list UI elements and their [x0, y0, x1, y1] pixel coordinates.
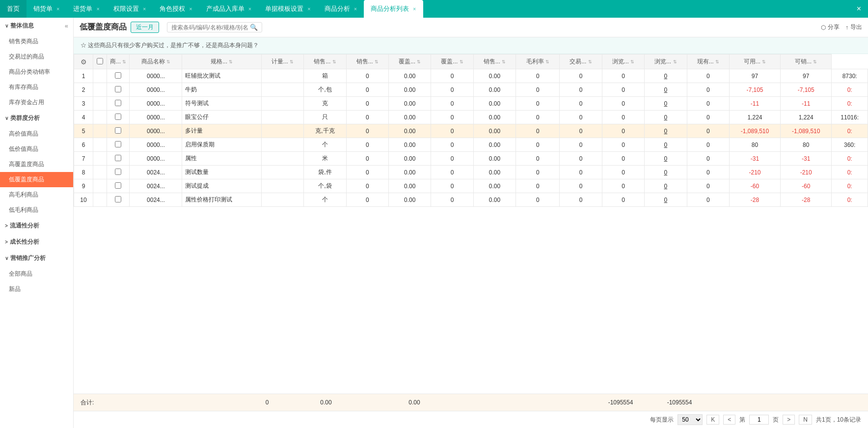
cell-checkbox-0[interactable]	[107, 69, 130, 83]
cell-checkbox-5[interactable]	[107, 138, 130, 152]
cell-browse1-2[interactable]: 0	[645, 97, 687, 111]
sidebar-item-in-stock[interactable]: 有库存商品	[0, 80, 73, 95]
nav-product-analysis-list-close[interactable]: ×	[413, 0, 416, 18]
next-page-button[interactable]: >	[783, 415, 795, 425]
share-button[interactable]: ⬡ 分享	[821, 23, 840, 31]
nav-product-analysis[interactable]: 商品分析 ×	[318, 0, 364, 18]
row-checkbox-7[interactable]	[115, 169, 121, 175]
nav-permission-settings[interactable]: 权限设置 ×	[107, 0, 153, 18]
search-icon[interactable]: 🔍	[250, 24, 258, 31]
sidebar-section-cluster[interactable]: ∨ 类群度分析	[0, 110, 73, 126]
col-gross-rate[interactable]: 毛利率 ⇅	[516, 55, 560, 69]
col-browse1[interactable]: 浏览... ⇅	[602, 55, 644, 69]
row-checkbox-0[interactable]	[115, 72, 121, 79]
sidebar-item-category-rate[interactable]: 商品分类动销率	[0, 64, 73, 80]
row-checkbox-9[interactable]	[115, 196, 121, 202]
sidebar-item-high-profit[interactable]: 高毛利商品	[0, 187, 73, 202]
cell-checkbox-2[interactable]	[107, 97, 130, 111]
cell-name-5[interactable]: 启用保质期	[182, 138, 261, 152]
sidebar-item-stock-capital[interactable]: 库存资金占用	[0, 95, 73, 110]
col-checkbox[interactable]	[93, 55, 107, 69]
cell-checkbox-1[interactable]	[107, 83, 130, 97]
cell-name-1[interactable]: 牛奶	[182, 83, 261, 97]
cell-browse1-4[interactable]: 0	[645, 124, 687, 138]
sidebar-item-new-goods[interactable]: 新品	[0, 282, 73, 297]
nav-product-inbound-close[interactable]: ×	[248, 0, 251, 18]
page-size-select[interactable]: 50 100 200	[678, 414, 703, 425]
cell-name-2[interactable]: 符号测试	[182, 97, 261, 111]
col-sales3[interactable]: 销售... ⇅	[473, 55, 515, 69]
sidebar-item-all-goods[interactable]: 全部商品	[0, 266, 73, 282]
col-trade[interactable]: 交易... ⇅	[560, 55, 602, 69]
sidebar-item-high-coverage[interactable]: 高覆盖度商品	[0, 157, 73, 172]
col-sales-amt[interactable]: 销售... ⇅	[346, 55, 388, 69]
sidebar-item-low-coverage[interactable]: 低覆盖度商品	[0, 172, 73, 187]
cell-name-4[interactable]: 多计量	[182, 124, 261, 138]
export-button[interactable]: ↑ 导出	[845, 23, 862, 31]
search-input[interactable]	[171, 24, 250, 31]
cell-name-0[interactable]: 旺辅批次测试	[182, 69, 261, 83]
sidebar-section-marketing[interactable]: ∨ 营销推广分析	[0, 250, 73, 266]
nav-template-settings[interactable]: 单据模板设置 ×	[258, 0, 317, 18]
col-unit[interactable]: 计量... ⇅	[261, 55, 303, 69]
col-browse2[interactable]: 浏览... ⇅	[645, 55, 687, 69]
cell-checkbox-3[interactable]	[107, 111, 130, 124]
cell-browse1-9[interactable]: 0	[645, 193, 687, 207]
row-checkbox-8[interactable]	[115, 182, 121, 189]
col-saleable[interactable]: 可销... ⇅	[781, 55, 832, 69]
cell-browse1-8[interactable]: 0	[645, 179, 687, 193]
prev-page-button[interactable]: <	[723, 415, 735, 425]
row-checkbox-3[interactable]	[115, 114, 121, 120]
row-checkbox-6[interactable]	[115, 155, 121, 161]
nav-role-auth[interactable]: 角色授权 ×	[153, 0, 199, 18]
sidebar-section-overall[interactable]: ∨ 整体信息 «	[0, 18, 73, 34]
current-page-input[interactable]	[749, 415, 769, 425]
col-current[interactable]: 现有... ⇅	[687, 55, 729, 69]
cell-name-7[interactable]: 测试数量	[182, 166, 261, 179]
nav-sales-order[interactable]: 销货单 ×	[27, 0, 66, 18]
row-checkbox-1[interactable]	[115, 86, 121, 92]
cell-name-8[interactable]: 测试提成	[182, 179, 261, 193]
nav-product-inbound[interactable]: 产成品入库单 ×	[199, 0, 258, 18]
sidebar-section-flow[interactable]: > 流通性分析	[0, 218, 73, 234]
window-close-button[interactable]: ×	[850, 4, 868, 13]
time-filter-button[interactable]: 近一月	[131, 22, 159, 33]
sidebar-item-traded-goods[interactable]: 交易过的商品	[0, 49, 73, 64]
cell-checkbox-6[interactable]	[107, 152, 130, 166]
sidebar-section-growth[interactable]: > 成长性分析	[0, 234, 73, 250]
row-checkbox-5[interactable]	[115, 141, 121, 147]
sidebar-collapse-icon[interactable]: «	[65, 22, 68, 29]
col-spec[interactable]: 规格... ⇅	[182, 55, 261, 69]
select-all-checkbox[interactable]	[97, 58, 103, 64]
cell-browse1-1[interactable]: 0	[645, 83, 687, 97]
col-cover1[interactable]: 覆盖... ⇅	[388, 55, 431, 69]
sidebar-item-low-profit[interactable]: 低毛利商品	[0, 202, 73, 218]
first-page-button[interactable]: K	[706, 415, 719, 425]
nav-product-analysis-list[interactable]: 商品分析列表 ×	[364, 0, 423, 18]
col-available[interactable]: 可用... ⇅	[729, 55, 780, 69]
nav-template-close[interactable]: ×	[307, 0, 310, 18]
cell-browse1-7[interactable]: 0	[645, 166, 687, 179]
sidebar-item-low-value[interactable]: 低价值商品	[0, 142, 73, 157]
row-checkbox-2[interactable]	[115, 100, 121, 106]
cell-checkbox-8[interactable]	[107, 179, 130, 193]
col-code[interactable]: 商... ⇅	[107, 55, 130, 69]
cell-checkbox-7[interactable]	[107, 166, 130, 179]
last-page-button[interactable]: N	[799, 415, 812, 425]
col-sales-qty[interactable]: 销售... ⇅	[304, 55, 346, 69]
cell-browse1-6[interactable]: 0	[645, 152, 687, 166]
col-settings[interactable]: ⚙	[74, 55, 93, 69]
nav-product-analysis-close[interactable]: ×	[354, 0, 357, 18]
nav-home[interactable]: 首页	[0, 0, 27, 18]
sidebar-item-sales-goods[interactable]: 销售类商品	[0, 34, 73, 49]
cell-browse1-5[interactable]: 0	[645, 138, 687, 152]
col-name[interactable]: 商品名称 ⇅	[130, 55, 182, 69]
nav-role-auth-close[interactable]: ×	[189, 0, 192, 18]
col-cover2[interactable]: 覆盖... ⇅	[431, 55, 473, 69]
cell-checkbox-4[interactable]	[107, 124, 130, 138]
nav-permission-close[interactable]: ×	[143, 0, 146, 18]
row-checkbox-4[interactable]	[115, 127, 121, 134]
cell-checkbox-9[interactable]	[107, 193, 130, 207]
nav-sales-order-close[interactable]: ×	[56, 0, 59, 18]
cell-name-3[interactable]: 眼宝公仔	[182, 111, 261, 124]
